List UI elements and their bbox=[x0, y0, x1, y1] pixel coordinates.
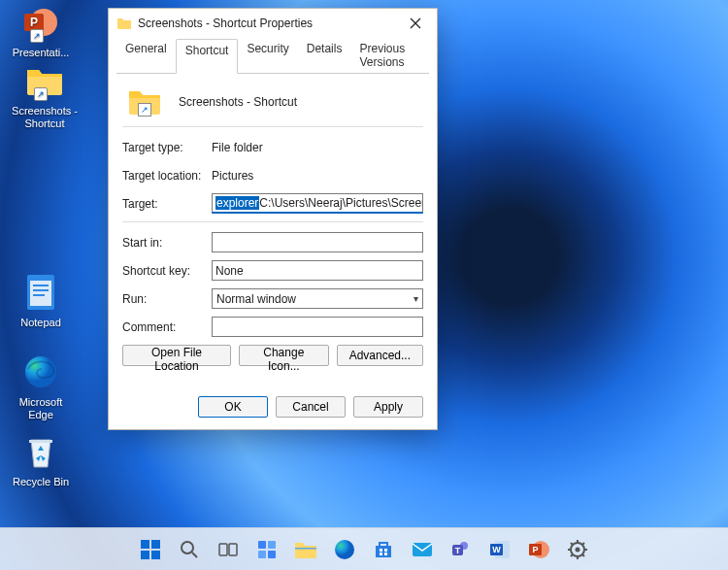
chevron-down-icon: ▾ bbox=[414, 293, 418, 304]
edge-icon bbox=[333, 538, 356, 561]
divider bbox=[122, 126, 423, 127]
desktop-icon-label: Screenshots - Shortcut bbox=[6, 105, 83, 130]
svg-rect-22 bbox=[380, 549, 382, 552]
desktop-icon-label: Notepad bbox=[6, 317, 76, 329]
store-icon bbox=[373, 539, 394, 560]
svg-rect-23 bbox=[384, 549, 387, 552]
svg-rect-10 bbox=[151, 540, 160, 549]
taskbar-word[interactable]: W bbox=[483, 533, 516, 566]
taskbar-search[interactable] bbox=[173, 533, 206, 566]
shortcut-arrow-icon: ↗ bbox=[138, 103, 151, 117]
run-value: Normal window bbox=[216, 292, 296, 306]
desktop-icon-label: Microsoft Edge bbox=[6, 396, 76, 421]
close-icon bbox=[410, 17, 421, 29]
svg-point-21 bbox=[335, 540, 354, 559]
desktop-icon-notepad[interactable]: Notepad bbox=[6, 272, 76, 329]
target-selection: explorer bbox=[215, 196, 259, 210]
taskbar: T W P bbox=[0, 527, 728, 570]
taskbar-start[interactable] bbox=[134, 533, 167, 566]
advanced-button[interactable]: Advanced... bbox=[337, 345, 423, 366]
word-icon: W bbox=[488, 538, 512, 561]
ok-button[interactable]: OK bbox=[198, 396, 268, 418]
search-icon bbox=[179, 539, 200, 560]
svg-text:W: W bbox=[492, 545, 501, 554]
svg-text:P: P bbox=[532, 545, 538, 554]
svg-rect-12 bbox=[151, 551, 160, 559]
svg-text:P: P bbox=[30, 16, 38, 29]
folder-icon bbox=[116, 16, 132, 31]
taskbar-powerpoint[interactable]: P bbox=[522, 533, 555, 566]
recycle-bin-icon bbox=[23, 432, 58, 471]
taskbar-edge[interactable] bbox=[328, 533, 361, 566]
tab-general[interactable]: General bbox=[116, 38, 176, 73]
taskbar-store[interactable] bbox=[367, 533, 400, 566]
svg-rect-15 bbox=[229, 544, 237, 555]
svg-rect-19 bbox=[268, 551, 276, 558]
svg-rect-16 bbox=[258, 541, 266, 549]
taskbar-teams[interactable]: T bbox=[445, 533, 478, 566]
svg-rect-4 bbox=[30, 281, 51, 306]
svg-rect-5 bbox=[33, 285, 49, 286]
svg-rect-6 bbox=[33, 289, 49, 291]
tab-details[interactable]: Details bbox=[298, 38, 351, 73]
run-dropdown[interactable]: Normal window ▾ bbox=[212, 288, 423, 309]
task-view-icon bbox=[217, 539, 239, 560]
widgets-icon bbox=[256, 539, 278, 560]
comment-input[interactable] bbox=[212, 317, 423, 337]
start-in-input[interactable] bbox=[212, 232, 423, 252]
desktop-icon-edge[interactable]: Microsoft Edge bbox=[6, 352, 76, 421]
desktop-icon-recycle-bin[interactable]: Recycle Bin bbox=[6, 431, 76, 488]
divider bbox=[122, 221, 423, 222]
taskbar-task-view[interactable] bbox=[212, 533, 245, 566]
svg-point-37 bbox=[576, 547, 580, 552]
svg-rect-20 bbox=[295, 548, 316, 550]
taskbar-file-explorer[interactable] bbox=[289, 533, 322, 566]
change-icon-button[interactable]: Change Icon... bbox=[239, 345, 329, 366]
desktop-icon-presentation[interactable]: P ↗ Presentati... bbox=[6, 2, 76, 59]
mail-icon bbox=[411, 539, 434, 560]
shortcut-arrow-icon: ↗ bbox=[34, 87, 48, 101]
target-label: Target: bbox=[122, 197, 212, 211]
svg-rect-18 bbox=[258, 551, 266, 558]
tab-strip: General Shortcut Security Details Previo… bbox=[109, 38, 437, 73]
shortcut-key-input[interactable]: None bbox=[212, 260, 423, 281]
taskbar-widgets[interactable] bbox=[250, 533, 283, 566]
svg-text:T: T bbox=[455, 545, 461, 554]
svg-rect-14 bbox=[219, 544, 227, 555]
svg-rect-24 bbox=[380, 553, 382, 555]
target-location-label: Target location: bbox=[122, 169, 212, 183]
desktop-icon-screenshots-shortcut[interactable]: ↗ Screenshots - Shortcut bbox=[6, 60, 83, 130]
cancel-button[interactable]: Cancel bbox=[276, 396, 346, 418]
target-location-value: Pictures bbox=[212, 169, 423, 183]
file-explorer-icon bbox=[294, 539, 317, 560]
notepad-icon bbox=[23, 273, 58, 312]
run-label: Run: bbox=[122, 292, 212, 306]
titlebar[interactable]: Screenshots - Shortcut Properties bbox=[109, 9, 437, 38]
open-file-location-button[interactable]: Open File Location bbox=[122, 345, 231, 366]
svg-rect-25 bbox=[384, 553, 387, 555]
svg-rect-9 bbox=[141, 540, 149, 549]
windows-icon bbox=[140, 539, 161, 560]
tab-previous-versions[interactable]: Previous Versions bbox=[350, 38, 429, 73]
taskbar-settings[interactable] bbox=[561, 533, 594, 566]
svg-rect-26 bbox=[413, 543, 432, 556]
powerpoint-icon: P bbox=[527, 538, 550, 561]
desktop-icon-label: Recycle Bin bbox=[6, 476, 76, 488]
svg-rect-11 bbox=[141, 551, 149, 559]
tab-shortcut[interactable]: Shortcut bbox=[176, 39, 239, 74]
start-in-label: Start in: bbox=[122, 236, 212, 250]
gear-icon bbox=[567, 539, 588, 560]
close-button[interactable] bbox=[400, 13, 431, 34]
dialog-body: ↗ Screenshots - Shortcut Target type: Fi… bbox=[109, 74, 437, 376]
svg-rect-17 bbox=[268, 541, 276, 549]
target-type-label: Target type: bbox=[122, 141, 212, 154]
shortcut-icon-preview: ↗ bbox=[128, 87, 161, 117]
svg-point-13 bbox=[182, 542, 193, 553]
teams-icon: T bbox=[449, 538, 473, 561]
target-input[interactable]: explorer C:\Users\Neeraj\Pictures\Screen… bbox=[212, 193, 423, 214]
comment-label: Comment: bbox=[122, 320, 212, 334]
tab-security[interactable]: Security bbox=[238, 38, 297, 73]
apply-button[interactable]: Apply bbox=[353, 396, 423, 418]
taskbar-mail[interactable] bbox=[406, 533, 439, 566]
shortcut-key-label: Shortcut key: bbox=[122, 264, 212, 278]
